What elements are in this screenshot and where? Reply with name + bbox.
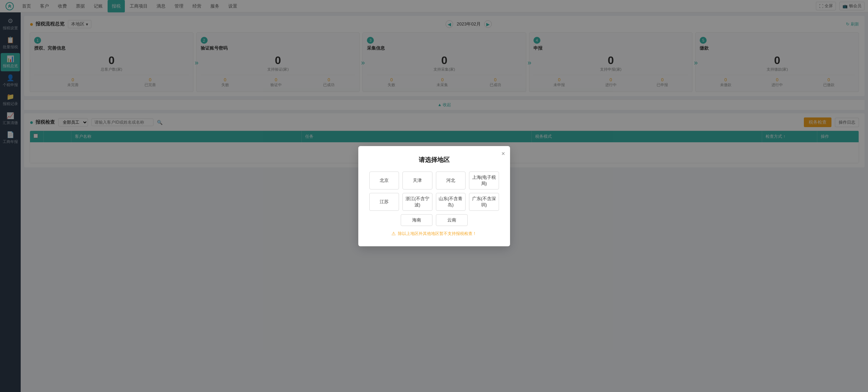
region-grid-row1: 北京 天津 河北 上海(电子税局) bbox=[369, 172, 499, 189]
region-grid-row3: 海南 云南 bbox=[369, 214, 499, 226]
region-btn-tianjin[interactable]: 天津 bbox=[402, 172, 432, 189]
modal-warning: ⚠ 除以上地区外其他地区暂不支持报税检查！ bbox=[369, 231, 499, 237]
region-btn-zhejiang[interactable]: 浙江(不含宁波) bbox=[402, 193, 432, 211]
region-btn-yunnan[interactable]: 云南 bbox=[436, 214, 468, 226]
warning-text: 除以上地区外其他地区暂不支持报税检查！ bbox=[398, 231, 477, 237]
region-btn-beijing[interactable]: 北京 bbox=[369, 172, 399, 189]
region-select-modal: × 请选择地区 北京 天津 河北 上海(电子税局) 江苏 浙江(不含宁波) 山东… bbox=[358, 146, 510, 246]
modal-close-button[interactable]: × bbox=[501, 150, 505, 157]
region-btn-shanghai[interactable]: 上海(电子税局) bbox=[469, 172, 499, 189]
region-btn-shandong[interactable]: 山东(不含青岛) bbox=[436, 193, 466, 211]
region-btn-guangdong[interactable]: 广东(不含深圳) bbox=[469, 193, 499, 211]
region-btn-jiangsu[interactable]: 江苏 bbox=[369, 193, 399, 211]
region-btn-hebei[interactable]: 河北 bbox=[436, 172, 466, 189]
region-btn-hainan[interactable]: 海南 bbox=[401, 214, 432, 226]
warning-icon: ⚠ bbox=[391, 231, 396, 236]
modal-overlay[interactable]: × 请选择地区 北京 天津 河北 上海(电子税局) 江苏 浙江(不含宁波) 山东… bbox=[0, 0, 868, 392]
modal-title: 请选择地区 bbox=[369, 156, 499, 164]
region-grid-row2: 江苏 浙江(不含宁波) 山东(不含青岛) 广东(不含深圳) bbox=[369, 193, 499, 211]
